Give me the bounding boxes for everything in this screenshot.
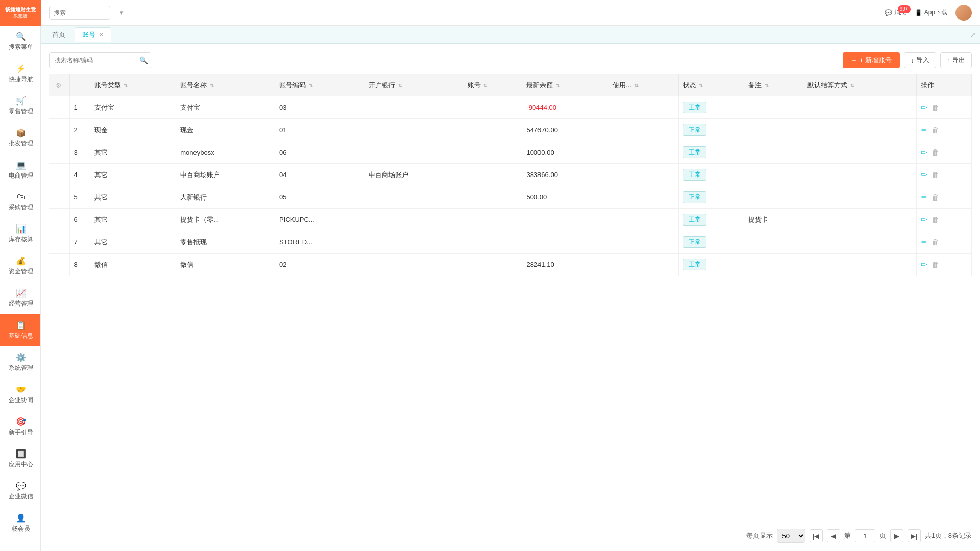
sort-account-type-icon[interactable]: ⇅ (124, 83, 128, 88)
sidebar-item-retail-mgmt[interactable]: 🛒 零售管理 (0, 90, 40, 122)
cell-account-code-2: 06 (275, 141, 364, 164)
page-last-button[interactable]: ▶| (908, 529, 921, 542)
tab-home[interactable]: 首页 (45, 27, 72, 42)
add-button-label: + 新增账号 (860, 56, 892, 65)
edit-button-6[interactable]: ✏ (921, 238, 927, 247)
cell-account-code-3: 04 (275, 164, 364, 186)
search-input[interactable] (50, 57, 136, 64)
edit-button-0[interactable]: ✏ (921, 103, 927, 112)
col-usage-label: 使用... (612, 81, 631, 89)
edit-button-2[interactable]: ✏ (921, 148, 927, 157)
edit-button-5[interactable]: ✏ (921, 215, 927, 224)
operation-mgmt-icon: 📈 (16, 288, 26, 298)
sidebar-item-inventory-calc[interactable]: 📊 库存核算 (0, 218, 40, 250)
sort-bank-icon[interactable]: ⇅ (398, 83, 402, 88)
page-next-button[interactable]: ▶ (890, 529, 903, 542)
cell-account-code-5: PICKUPC... (275, 209, 364, 231)
sort-status-icon[interactable]: ⇅ (699, 83, 703, 88)
edit-button-3[interactable]: ✏ (921, 170, 927, 180)
page-number-input[interactable] (855, 529, 875, 542)
tab-home-label: 首页 (52, 30, 65, 39)
system-mgmt-icon: ⚙️ (16, 353, 26, 362)
header-search-input[interactable] (49, 6, 110, 20)
sidebar-item-enterprise-wechat[interactable]: 💬 企业微信 (0, 475, 40, 507)
cell-account-name-6: 零售抵现 (176, 231, 275, 254)
sidebar-item-capital-mgmt[interactable]: 💰 资金管理 (0, 250, 40, 282)
cell-bank-1 (364, 119, 463, 141)
delete-button-7[interactable]: 🗑 (932, 260, 939, 269)
column-settings-icon[interactable]: ⚙ (53, 80, 64, 91)
message-button[interactable]: 💬 消息 99+ (885, 8, 906, 17)
cell-account-type-0: 支付宝 (90, 96, 176, 119)
sidebar-item-purchase-mgmt[interactable]: 🛍 采购管理 (0, 186, 40, 218)
sort-latest-balance-icon[interactable]: ⇅ (556, 83, 560, 88)
sidebar-item-quick-nav[interactable]: ⚡ 快捷导航 (0, 58, 40, 90)
sidebar-item-label: 应用中心 (9, 460, 33, 469)
import-button[interactable]: ↓ 导入 (904, 52, 936, 68)
cell-account-type-3: 其它 (90, 164, 176, 186)
page-first-button[interactable]: |◀ (810, 529, 823, 542)
cell-latest-balance-4: 500.00 (522, 186, 608, 209)
cell-account-no-5 (463, 209, 522, 231)
sidebar-item-system-mgmt[interactable]: ⚙️ 系统管理 (0, 346, 40, 379)
cell-latest-balance-6 (522, 231, 608, 254)
sidebar-item-label: 零售管理 (9, 107, 33, 116)
page-prev-button[interactable]: ◀ (827, 529, 840, 542)
header-right: 💬 消息 99+ 📱 App下载 (885, 5, 972, 21)
sort-default-payment-icon[interactable]: ⇅ (850, 83, 854, 88)
delete-button-6[interactable]: 🗑 (932, 238, 939, 246)
header-dropdown-icon[interactable]: ▾ (115, 7, 128, 19)
sidebar-item-app-center[interactable]: 🔲 应用中心 (0, 443, 40, 475)
sidebar-item-newcomer-guide[interactable]: 🎯 新手引导 (0, 411, 40, 443)
edit-button-4[interactable]: ✏ (921, 193, 927, 202)
delete-button-0[interactable]: 🗑 (932, 103, 939, 112)
cell-account-name-3: 中百商场账户 (176, 164, 275, 186)
sidebar-item-operation-mgmt[interactable]: 📈 经营管理 (0, 282, 40, 314)
delete-button-4[interactable]: 🗑 (932, 193, 939, 202)
cell-remark-7 (744, 254, 803, 276)
cell-usage-2 (608, 141, 679, 164)
message-badge: 99+ (898, 5, 911, 13)
search-menu-icon: 🔍 (16, 32, 26, 41)
sidebar-item-member[interactable]: 👤 畅会员 (0, 507, 40, 539)
sort-account-name-icon[interactable]: ⇅ (210, 83, 214, 88)
cell-num-3: 4 (69, 164, 90, 186)
col-default-payment-label: 默认结算方式 (807, 81, 847, 89)
cell-status-5: 正常 (678, 209, 744, 231)
cell-settings-1 (49, 119, 69, 141)
cell-account-type-7: 微信 (90, 254, 176, 276)
cell-action-5: ✏ 🗑 (916, 209, 971, 231)
app-download-button[interactable]: 📱 App下载 (915, 8, 947, 17)
sort-account-code-icon[interactable]: ⇅ (309, 83, 313, 88)
sort-usage-icon[interactable]: ⇅ (634, 83, 639, 88)
col-latest-balance: 最新余额 ⇅ (522, 74, 608, 96)
sidebar-item-enterprise-agreement[interactable]: 🤝 企业协同 (0, 379, 40, 411)
sidebar-item-ecommerce-mgmt[interactable]: 💻 电商管理 (0, 154, 40, 186)
cell-usage-7 (608, 254, 679, 276)
enterprise-agreement-icon: 🤝 (16, 385, 26, 394)
delete-button-1[interactable]: 🗑 (932, 126, 939, 134)
sidebar-item-basic-info[interactable]: 📋 基础信息 (0, 314, 40, 346)
add-account-button[interactable]: ＋ + 新增账号 (843, 52, 900, 68)
tab-account[interactable]: 账号 ✕ (75, 27, 111, 42)
cell-action-0: ✏ 🗑 (916, 96, 971, 119)
export-button[interactable]: ↑ 导出 (940, 52, 972, 68)
cell-default-payment-7 (803, 254, 917, 276)
page-size-select[interactable]: 50 10 20 100 (777, 529, 805, 543)
tab-account-close-icon[interactable]: ✕ (99, 32, 104, 38)
avatar[interactable] (955, 5, 972, 21)
edit-button-7[interactable]: ✏ (921, 260, 927, 269)
search-button[interactable]: 🔍 (136, 52, 151, 68)
delete-button-5[interactable]: 🗑 (932, 215, 939, 224)
sort-remark-icon[interactable]: ⇅ (765, 83, 769, 88)
delete-button-2[interactable]: 🗑 (932, 148, 939, 157)
tab-expand-button[interactable]: ⤢ (970, 31, 976, 39)
edit-button-1[interactable]: ✏ (921, 126, 927, 135)
delete-button-3[interactable]: 🗑 (932, 170, 939, 179)
sidebar-item-search-menu[interactable]: 🔍 搜索菜单 (0, 26, 40, 58)
col-account-no: 账号 ⇅ (463, 74, 522, 96)
wholesale-mgmt-icon: 📦 (16, 128, 26, 138)
sort-account-no-icon[interactable]: ⇅ (483, 83, 487, 88)
cell-account-name-5: 提货卡（零... (176, 209, 275, 231)
sidebar-item-wholesale-mgmt[interactable]: 📦 批发管理 (0, 122, 40, 154)
